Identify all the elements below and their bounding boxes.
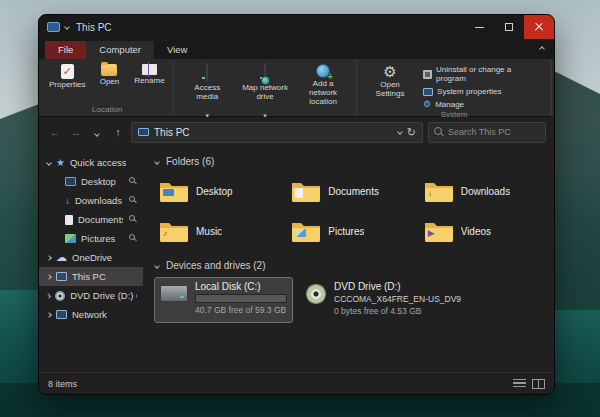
file-explorer-window: This PC File Computer View Properties Op… [38,14,555,395]
sidebar-item-this-pc[interactable]: This PC [39,267,143,286]
folder-tile-videos[interactable]: ▶ Videos [420,214,544,248]
title-bar[interactable]: This PC [39,15,554,39]
chevron-right-icon[interactable] [46,255,52,261]
ribbon-group-location: Properties Open Rename Location [41,60,174,116]
explorer-content: ★ Quick access Desktop ↓ Downloads Docum… [39,147,554,372]
open-button[interactable]: Open [90,62,128,89]
collapse-chevron-icon[interactable] [154,159,160,165]
sidebar-item-desktop[interactable]: Desktop [39,172,143,191]
search-box[interactable] [428,122,546,143]
drive-tile-local-disk-c[interactable]: Local Disk (C:) 40.7 GB free of 59.3 GB [155,278,292,322]
desktop-label: Desktop [81,176,116,187]
quick-access-toolbar-chevron-icon[interactable] [64,24,70,30]
uninstall-program-button[interactable]: Uninstall or change a program [420,64,546,84]
maximize-button[interactable] [494,15,524,39]
folder-tile-pictures[interactable]: Pictures [287,214,411,248]
rename-label: Rename [134,77,164,86]
chevron-right-icon[interactable] [46,274,52,280]
forward-button[interactable]: → [68,126,84,138]
system-properties-button[interactable]: System properties [420,86,546,97]
folder-name: Pictures [328,226,364,237]
close-button[interactable] [524,15,554,39]
minimize-button[interactable] [464,15,494,39]
tab-view[interactable]: View [154,41,200,59]
view-toggle-buttons [513,379,545,389]
manage-button[interactable]: ⚙ Manage [420,99,546,110]
drive-name: DVD Drive (D:) [334,281,461,292]
downloads-folder-icon: ↓ [424,180,454,203]
chevron-right-icon[interactable] [46,312,52,318]
chevron-down-icon [94,131,100,137]
picture-glyph [295,229,306,237]
details-view-button[interactable] [513,379,526,389]
recent-locations-button[interactable] [89,126,105,138]
refresh-button[interactable]: ↻ [407,126,416,139]
sidebar-item-documents[interactable]: Documents [39,210,143,229]
drive-icon [206,63,208,82]
sidebar-item-pictures[interactable]: Pictures [39,229,143,248]
open-settings-label: Open Settings [365,81,415,99]
thumbnails-view-button[interactable] [532,379,545,389]
open-folder-icon [101,64,117,76]
folder-name: Videos [461,226,491,237]
manage-gear-icon: ⚙ [423,100,431,109]
properties-button[interactable]: Properties [46,62,88,92]
open-label: Open [100,78,120,87]
settings-gear-icon: ⚙ [383,64,396,79]
folder-tile-desktop[interactable]: Desktop [155,174,279,208]
address-dropdown-chevron-icon[interactable] [397,129,403,135]
pin-icon [128,215,137,224]
map-network-drive-icon [264,64,266,82]
desktop-folder-icon [159,180,189,203]
sidebar-item-quick-access[interactable]: ★ Quick access [39,153,143,172]
monitor-glyph [163,189,174,196]
system-small-buttons: Uninstall or change a program System pro… [420,62,546,110]
chevron-down-icon[interactable] [46,160,52,166]
minimize-ribbon-button[interactable] [540,37,544,59]
drive-tile-dvd-d[interactable]: DVD Drive (D:) CCCOMA_X64FRE_EN-US_DV9 0… [300,278,466,322]
map-network-drive-button[interactable]: Map network drive [237,62,293,124]
devices-section-header[interactable]: Devices and drives (2) [155,260,544,271]
add-network-location-icon [316,64,330,78]
folder-tile-downloads[interactable]: ↓ Downloads [420,174,544,208]
drive-subtitle: CCCOMA_X64FRE_EN-US_DV9 [334,294,461,304]
access-media-icon [206,64,208,82]
search-input[interactable] [448,127,540,137]
folder-tile-documents[interactable]: Documents [287,174,411,208]
folder-tile-music[interactable]: ♪ Music [155,214,279,248]
access-media-button[interactable]: Access media [179,62,235,124]
tab-computer[interactable]: Computer [86,41,154,59]
address-bar[interactable]: This PC ↻ [131,122,423,143]
up-button[interactable]: ↑ [110,126,126,138]
pictures-label: Pictures [81,233,115,244]
sidebar-item-downloads[interactable]: ↓ Downloads [39,191,143,210]
properties-label: Properties [49,81,85,90]
properties-icon [61,64,74,79]
collapse-chevron-icon[interactable] [154,263,160,269]
this-pc-icon [138,128,149,136]
tab-file[interactable]: File [45,41,86,59]
rename-button[interactable]: Rename [130,62,168,88]
open-settings-button[interactable]: ⚙ Open Settings [362,62,418,101]
sidebar-item-network[interactable]: Network [39,305,143,324]
sidebar-item-onedrive[interactable]: ☁ OneDrive [39,248,143,267]
ribbon-group-network: Access media Map network drive Add a net… [174,60,357,116]
back-button[interactable]: ← [47,126,63,138]
location-group-label: Location [41,105,173,116]
access-media-label: Access media [182,84,232,102]
sidebar-item-dvd-drive[interactable]: DVD Drive (D:) CCCO [39,286,143,305]
downloads-icon: ↓ [65,196,70,206]
documents-icon [65,215,73,225]
pin-icon [128,177,137,186]
chevron-right-icon[interactable] [46,293,51,298]
this-pc-icon [47,22,60,32]
add-network-location-button[interactable]: Add a network location [295,62,351,108]
search-icon [434,127,444,137]
navigation-pane: ★ Quick access Desktop ↓ Downloads Docum… [39,147,143,372]
drive-free-space: 40.7 GB free of 59.3 GB [195,305,287,315]
folders-section-header[interactable]: Folders (6) [155,156,544,167]
pin-icon [128,234,137,243]
system-properties-label: System properties [437,87,501,96]
this-pc-icon [56,272,67,281]
ribbon: Properties Open Rename Location Access m… [39,59,554,117]
